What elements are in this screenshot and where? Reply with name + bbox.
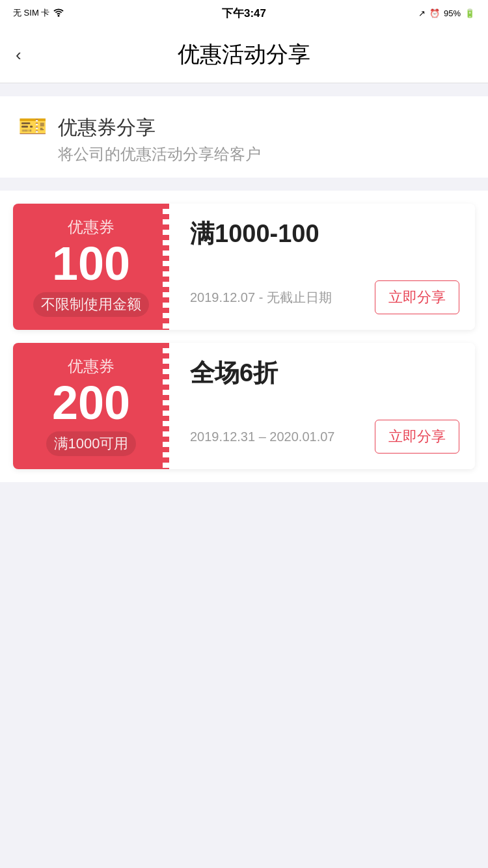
coupon-icon: 🎫 [18, 115, 47, 138]
status-left: 无 SIM 卡 [13, 7, 64, 20]
share-button-2[interactable]: 立即分享 [375, 420, 459, 454]
section-header: 🎫 优惠券分享 将公司的优惠活动分享给客户 [0, 96, 488, 178]
coupon-bottom-1: 2019.12.07 - 无截止日期 立即分享 [190, 280, 459, 314]
location-icon: ↗ [418, 8, 426, 18]
bottom-fill [0, 482, 488, 742]
coupon-card-2: 优惠券 200 满1000可用 全场6折 2019.12.31 – 2020.0… [13, 343, 475, 469]
coupon-left-1: 优惠券 100 不限制使用金额 [13, 204, 169, 330]
section-subtitle: 将公司的优惠活动分享给客户 [58, 144, 261, 165]
back-button[interactable]: ‹ [16, 46, 21, 63]
coupon-label-2: 优惠券 [68, 356, 115, 377]
battery-icon: 🔋 [465, 8, 475, 18]
nav-bar: ‹ 优惠活动分享 [0, 26, 488, 83]
coupon-left-2: 优惠券 200 满1000可用 [13, 343, 169, 469]
battery-text: 95% [444, 8, 461, 18]
coupon-name-2: 全场6折 [190, 359, 459, 388]
coupon-date-2: 2019.12.31 – 2020.01.07 [190, 429, 370, 444]
coupon-right-2: 全场6折 2019.12.31 – 2020.01.07 立即分享 [169, 343, 475, 469]
section-title: 优惠券分享 [58, 115, 261, 141]
coupons-container: 优惠券 100 不限制使用金额 满1000-100 2019.12.07 - 无… [0, 191, 488, 482]
coupon-value-2: 200 [52, 379, 130, 426]
coupon-name-1: 满1000-100 [190, 219, 459, 249]
wifi-icon [53, 7, 64, 20]
coupon-label-1: 优惠券 [68, 217, 115, 237]
coupon-condition-2: 满1000可用 [46, 431, 137, 456]
alarm-icon: ⏰ [429, 8, 440, 18]
coupon-right-1: 满1000-100 2019.12.07 - 无截止日期 立即分享 [169, 204, 475, 330]
carrier-text: 无 SIM 卡 [13, 7, 49, 19]
coupon-condition-1: 不限制使用金额 [33, 292, 149, 317]
share-button-1[interactable]: 立即分享 [375, 280, 459, 314]
section-text: 优惠券分享 将公司的优惠活动分享给客户 [58, 115, 261, 165]
svg-point-0 [59, 15, 59, 16]
status-bar: 无 SIM 卡 下午3:47 ↗ ⏰ 95% 🔋 [0, 0, 488, 26]
coupon-date-1: 2019.12.07 - 无截止日期 [190, 289, 370, 306]
status-time: 下午3:47 [222, 6, 266, 21]
coupon-value-1: 100 [52, 240, 130, 287]
status-right: ↗ ⏰ 95% 🔋 [418, 8, 475, 18]
coupon-bottom-2: 2019.12.31 – 2020.01.07 立即分享 [190, 420, 459, 454]
nav-title: 优惠活动分享 [178, 40, 310, 70]
coupon-card-1: 优惠券 100 不限制使用金额 满1000-100 2019.12.07 - 无… [13, 204, 475, 330]
